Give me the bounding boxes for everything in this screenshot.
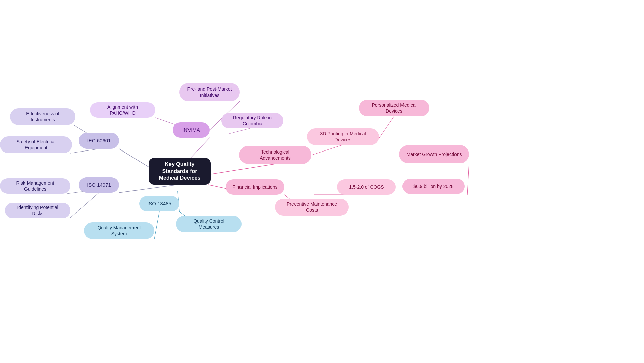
svg-line-14 bbox=[312, 145, 342, 155]
prepost-node: Pre- and Post-Market Initiatives bbox=[179, 83, 240, 101]
svg-line-2 bbox=[70, 149, 99, 153]
cogs-node: 1.5-2.0 of COGS bbox=[337, 179, 396, 195]
svg-line-17 bbox=[467, 163, 469, 195]
techadv-node: Technological Advancements bbox=[239, 146, 311, 164]
alignment-node: Alignment with PAHO/WHO bbox=[90, 102, 155, 118]
iso13485-node: ISO 13485 bbox=[139, 196, 179, 211]
svg-line-13 bbox=[208, 164, 275, 175]
billion-node: $6.9 billion by 2028 bbox=[402, 179, 465, 194]
printing3d-node: 3D Printing in Medical Devices bbox=[307, 128, 379, 145]
svg-line-7 bbox=[119, 185, 178, 193]
regulatory-node: Regulatory Role in Colombia bbox=[221, 113, 283, 128]
iec60601-node: IEC 60601 bbox=[79, 133, 119, 149]
financial-node: Financial Implications bbox=[226, 179, 284, 195]
effectiveness-node: Effectiveness of Instruments bbox=[10, 108, 75, 125]
iso14971-node: ISO 14971 bbox=[79, 177, 119, 193]
qcm-node: Quality Control Measures bbox=[176, 216, 241, 232]
identifying-node: Identifying Potential Risks bbox=[5, 203, 70, 218]
qms-node: Quality Management System bbox=[84, 222, 154, 239]
svg-line-11 bbox=[154, 211, 159, 239]
preventive-node: Preventive Maintenance Costs bbox=[275, 199, 349, 216]
svg-line-9 bbox=[70, 193, 99, 218]
svg-line-15 bbox=[377, 116, 394, 141]
marketgrowth-node: Market Growth Projections bbox=[399, 145, 469, 163]
center-node: Key Quality Standards for Medical Device… bbox=[149, 158, 211, 185]
personalized-node: Personalized Medical Devices bbox=[359, 100, 429, 116]
riskmanagement-node: Risk Management Guidelines bbox=[0, 178, 70, 194]
invima-node: INVIMA bbox=[173, 122, 210, 138]
safety-node: Safety of Electrical Equipment bbox=[0, 136, 72, 153]
svg-line-6 bbox=[228, 128, 250, 134]
